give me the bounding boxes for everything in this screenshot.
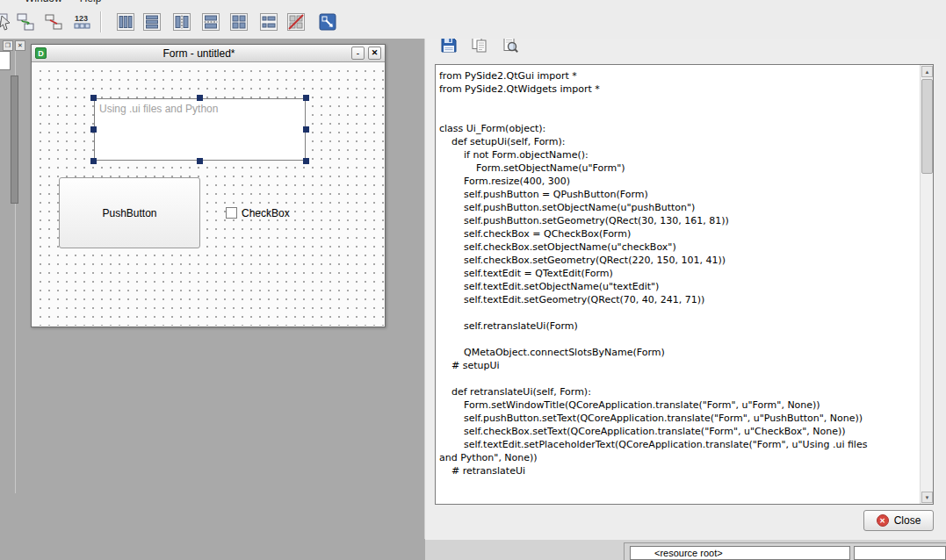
widgetbox-filter-fragment[interactable] (0, 51, 11, 70)
selection-handle-tl[interactable] (90, 95, 97, 101)
pushbutton-label: PushButton (102, 207, 156, 219)
layout-horizontal-icon[interactable] (114, 11, 137, 33)
close-glyph: ✕ (372, 49, 379, 57)
form-minimize-button[interactable]: - (351, 47, 365, 60)
adjust-size-glyph (318, 12, 337, 32)
textedit-placeholder: Using .ui files and Python (99, 103, 218, 115)
designer-form-icon: D (35, 47, 47, 59)
layout-horizontal-glyph (116, 12, 135, 32)
close-glyph: ✕ (18, 42, 23, 49)
pushbutton-widget[interactable]: PushButton (59, 177, 200, 248)
layout-vertical-glyph (142, 12, 162, 32)
dock-close-icon[interactable]: ✕ (15, 40, 25, 51)
layout-form-glyph (259, 12, 278, 32)
form-window: D Form - untitled* - ✕ Using .ui files a… (31, 44, 386, 327)
edit-buddies-icon[interactable] (42, 11, 65, 33)
layout-form-icon[interactable] (257, 11, 280, 33)
textedit-widget[interactable]: Using .ui files and Python (94, 98, 306, 161)
selection-handle-br[interactable] (303, 158, 309, 164)
selection-handle-ml[interactable] (90, 126, 97, 133)
layout-horizontal-splitter-glyph (172, 12, 191, 32)
close-glyph: ✕ (879, 517, 885, 525)
close-button-icon: ✕ (877, 514, 889, 527)
selection-handle-tr[interactable] (303, 95, 309, 101)
checkbox-label: CheckBox (242, 207, 290, 219)
break-layout-glyph (286, 12, 306, 32)
form-close-button[interactable]: ✕ (368, 47, 381, 60)
main-toolbar: 123 (0, 5, 946, 39)
scroll-up-icon[interactable]: ▲ (921, 66, 933, 77)
dock-scrollbar-thumb[interactable] (11, 75, 18, 204)
pointer-icon (0, 12, 14, 32)
break-layout-icon[interactable] (285, 11, 307, 33)
checkbox-indicator[interactable] (226, 207, 237, 219)
scroll-down-icon[interactable]: ▼ (921, 492, 933, 503)
dock-float-icon[interactable]: ❐ (3, 40, 13, 51)
designer-form-glyph: D (38, 49, 44, 58)
layout-vertical-splitter-icon[interactable] (199, 11, 222, 33)
signals-slots-glyph (16, 12, 35, 32)
tab-order-text: 123 (75, 14, 88, 23)
edit-signals-slots-icon[interactable] (14, 11, 37, 33)
menu-items: Window Help (25, 0, 101, 4)
form-window-title: Form - untitled* (50, 47, 348, 60)
code-text: from PySide2.QtGui import * from PySide2… (439, 69, 917, 477)
menu-help[interactable]: Help (80, 0, 102, 4)
edit-tab-order-icon[interactable]: 123 (70, 11, 93, 33)
arrow-up-glyph: ▲ (925, 69, 930, 75)
resource-strip: <resource root> (425, 540, 946, 560)
code-preview-dialog: from PySide2.QtGui import * from PySide2… (425, 26, 940, 540)
checkbox-widget[interactable]: CheckBox (226, 195, 314, 231)
selection-handle-bl[interactable] (90, 158, 97, 164)
menubar: Window Help (0, 0, 946, 5)
root: { "menubar": { "items": ["Window", "Help… (0, 0, 946, 560)
selection-handle-tc[interactable] (197, 95, 203, 101)
layout-vertical-icon[interactable] (141, 11, 163, 33)
buddies-glyph (44, 12, 63, 32)
form-titlebar[interactable]: D Form - untitled* - ✕ (32, 45, 385, 62)
resource-panel-fragment[interactable] (854, 546, 946, 560)
arrow-down-glyph: ▼ (925, 495, 930, 500)
layout-grid-glyph (229, 12, 249, 32)
toolbar-separator (100, 11, 102, 32)
form-canvas[interactable]: Using .ui files and Python PushButton Ch… (32, 63, 384, 326)
float-glyph: ❐ (5, 42, 11, 49)
code-scrollbar[interactable]: ▲ ▼ (920, 65, 933, 504)
resource-window-top-border (624, 542, 946, 543)
code-view[interactable]: from PySide2.QtGui import * from PySide2… (435, 64, 934, 505)
layout-horizontal-splitter-icon[interactable] (170, 11, 193, 33)
close-button-label: Close (894, 514, 921, 527)
mdi-area: ❐ ✕ D Form - untitled* - ✕ Using .ui fil… (0, 39, 425, 560)
adjust-size-icon[interactable] (316, 11, 339, 33)
close-button[interactable]: ✕ Close (863, 510, 934, 531)
tab-order-glyph: 123 (72, 12, 91, 32)
resource-root-item[interactable]: <resource root> (630, 546, 850, 560)
minimize-glyph: - (357, 49, 359, 58)
scrollbar-thumb[interactable] (921, 79, 933, 174)
selection-handle-mr[interactable] (303, 126, 309, 133)
resource-root-label: <resource root> (654, 548, 723, 558)
selection-handle-bc[interactable] (197, 158, 203, 164)
menu-window[interactable]: Window (25, 0, 62, 4)
layout-vertical-splitter-glyph (201, 12, 220, 32)
resource-window-left-border (624, 542, 625, 560)
layout-grid-icon[interactable] (227, 11, 250, 33)
